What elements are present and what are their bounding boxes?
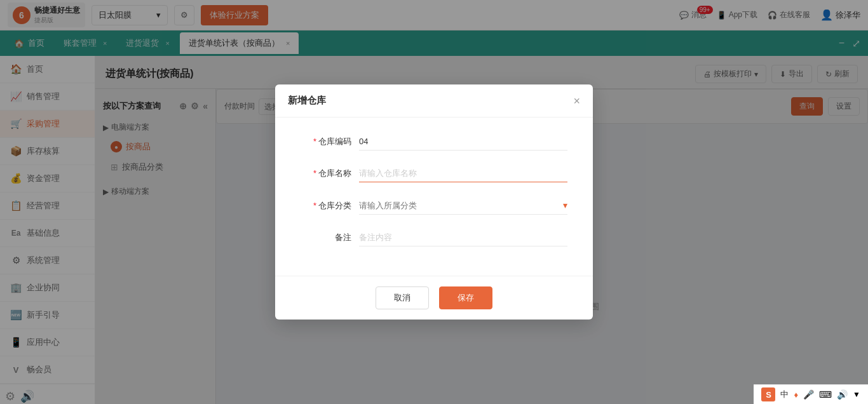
status-bar: S 中 ♦ 🎤 ⌨ 🔊 ▼ bbox=[754, 384, 868, 404]
category-select-wrap: ▾ bbox=[359, 196, 567, 215]
modal-close-button[interactable]: × bbox=[573, 95, 580, 107]
add-warehouse-modal: 新增仓库 × 仓库编码 仓库名称 仓库分类 ▾ bbox=[275, 84, 593, 320]
form-row-name: 仓库名称 bbox=[301, 165, 567, 182]
form-row-note: 备注 bbox=[301, 229, 567, 246]
name-label: 仓库名称 bbox=[301, 168, 351, 179]
code-label: 仓库编码 bbox=[301, 136, 351, 147]
modal-title: 新增仓库 bbox=[288, 95, 326, 107]
cancel-button[interactable]: 取消 bbox=[376, 286, 429, 309]
modal-header: 新增仓库 × bbox=[275, 84, 593, 118]
category-dropdown-icon[interactable]: ▾ bbox=[563, 200, 567, 210]
keyboard-icon: ⌨ bbox=[819, 389, 832, 400]
modal-overlay[interactable]: 新增仓库 × 仓库编码 仓库名称 仓库分类 ▾ bbox=[0, 0, 868, 404]
modal-body: 仓库编码 仓库名称 仓库分类 ▾ 备注 bbox=[275, 118, 593, 276]
save-button[interactable]: 保存 bbox=[439, 286, 492, 309]
category-label: 仓库分类 bbox=[301, 200, 351, 212]
name-input[interactable] bbox=[359, 165, 567, 182]
dropdown-arrow[interactable]: ▼ bbox=[853, 390, 860, 399]
note-label: 备注 bbox=[301, 232, 351, 243]
category-input[interactable] bbox=[359, 201, 563, 210]
chinese-input-icon: 中 bbox=[780, 389, 789, 400]
speaker-icon: 🔊 bbox=[837, 389, 848, 400]
modal-footer: 取消 保存 bbox=[275, 276, 593, 320]
code-input[interactable] bbox=[359, 133, 567, 151]
form-row-code: 仓库编码 bbox=[301, 133, 567, 151]
dot-icon: ♦ bbox=[794, 390, 798, 400]
s-logo: S bbox=[761, 387, 775, 401]
mic-icon: 🎤 bbox=[803, 389, 814, 400]
form-row-category: 仓库分类 ▾ bbox=[301, 196, 567, 215]
note-input[interactable] bbox=[359, 229, 567, 246]
